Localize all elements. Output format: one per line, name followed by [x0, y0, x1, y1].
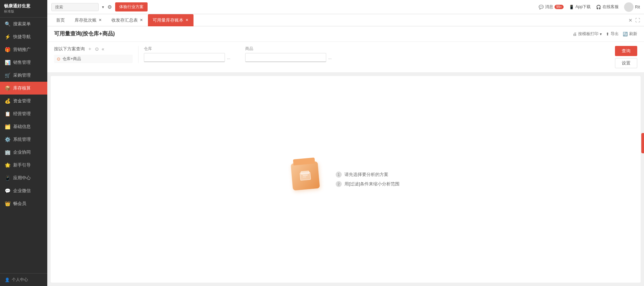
- sidebar-item-sales[interactable]: 📊销售管理: [0, 56, 47, 69]
- goods-input[interactable]: [245, 53, 326, 62]
- online-service-btn[interactable]: 🎧 在线客服: [596, 4, 619, 10]
- svg-line-3: [303, 177, 306, 177]
- tabs-right: ✕ ⛶: [628, 18, 640, 23]
- topbar-gear-btn[interactable]: ⚙: [107, 4, 112, 10]
- sidebar-item-label: 营销推广: [13, 47, 31, 53]
- newbie-icon: 🌟: [5, 162, 10, 168]
- close-tab-available-ledger[interactable]: ✕: [185, 18, 188, 22]
- hint-num-1: 1: [336, 172, 342, 178]
- sidebar-item-basic[interactable]: 🗂️基础信息: [0, 120, 47, 133]
- tab-batch-ledger[interactable]: 库存批次账✕: [70, 14, 107, 26]
- footer-label: 个人中心: [12, 277, 28, 283]
- appstore-icon: 📱: [5, 175, 10, 181]
- setting-btn[interactable]: 设置: [615, 58, 637, 68]
- sidebar-item-inventory[interactable]: 📦库存核算: [0, 82, 47, 95]
- tab-home[interactable]: 首页: [51, 14, 70, 26]
- close-all-tabs-btn[interactable]: ✕: [628, 18, 633, 23]
- sidebar-item-search[interactable]: 🔍搜索菜单: [0, 18, 47, 30]
- sidebar-nav: 🔍搜索菜单⚡快捷导航🎁营销推广📊销售管理🛒采购管理📦库存核算💰资金管理📋经营管理…: [0, 18, 47, 273]
- tab-label-available-ledger: 可用量库存账本: [153, 17, 183, 23]
- empty-state: 1 请先选择要分析的方案 2 用[过滤]条件来缩小分析范围: [51, 76, 641, 283]
- filter-scheme-header: 按以下方案查询 ＋ ⊙ «: [54, 46, 133, 52]
- sidebar-item-label: 畅会员: [13, 201, 26, 207]
- phone-icon: 📱: [569, 5, 574, 9]
- basic-icon: 🗂️: [5, 124, 10, 129]
- warehouse-filter-field: 仓库 ...: [144, 46, 238, 62]
- export-btn[interactable]: ⬆ 导出: [606, 31, 619, 37]
- sidebar-footer[interactable]: 👤 个人中心: [0, 273, 47, 286]
- sidebar-item-finance[interactable]: 💰资金管理: [0, 95, 47, 107]
- online-service-label: 在线客服: [602, 4, 619, 10]
- expand-btn[interactable]: ⛶: [635, 18, 640, 23]
- sidebar-item-appstore[interactable]: 📱应用中心: [0, 172, 47, 184]
- warehouse-more-btn[interactable]: ...: [227, 55, 230, 60]
- hint-item-2: 2 用[过滤]条件来缩小分析范围: [336, 181, 400, 187]
- filter-scheme-panel: 按以下方案查询 ＋ ⊙ « ⊙ 仓库+商品: [54, 46, 138, 63]
- scheme-item-icon: ⊙: [57, 56, 60, 61]
- goods-filter-field: 商品 ...: [245, 46, 340, 62]
- warehouse-input-row: ...: [144, 53, 238, 62]
- query-btn[interactable]: 查询: [615, 46, 637, 56]
- sidebar-item-label: 销售管理: [13, 59, 31, 66]
- topbar-search-input[interactable]: [51, 3, 99, 11]
- sidebar-item-label: 企业微信: [13, 188, 31, 194]
- sidebar-item-wechat[interactable]: 💬企业微信: [0, 184, 47, 197]
- page-content: 可用量查询(按仓库+商品) 🖨 按模板打印 ▾ ⬆ 导出 🔄 刷新: [47, 26, 644, 286]
- user-info-btn[interactable]: Rit: [624, 2, 640, 12]
- sidebar-item-label: 基础信息: [13, 124, 31, 130]
- goods-input-row: ...: [245, 53, 340, 62]
- sidebar-item-newbie[interactable]: 🌟新手引导: [0, 159, 47, 172]
- sidebar-item-label: 搜索菜单: [13, 21, 31, 27]
- scheme-item-warehouse-goods[interactable]: ⊙ 仓库+商品: [54, 55, 133, 63]
- hint-text-2: 用[过滤]条件来缩小分析范围: [344, 181, 400, 187]
- headset-icon: 🎧: [596, 5, 601, 9]
- empty-illustration: [292, 162, 326, 196]
- export-icon: ⬆: [606, 32, 609, 36]
- sidebar-item-purchase[interactable]: 🛒采购管理: [0, 69, 47, 82]
- topbar-dropdown-btn[interactable]: ▾: [102, 5, 104, 9]
- empty-hints: 1 请先选择要分析的方案 2 用[过滤]条件来缩小分析范围: [336, 172, 400, 187]
- enterprise-icon: 🏢: [5, 150, 10, 155]
- print-label: 按模板打印: [578, 31, 598, 37]
- sidebar-item-system[interactable]: ⚙️系统管理: [0, 133, 47, 146]
- member-icon: 👑: [5, 201, 10, 206]
- empty-state-inner: 1 请先选择要分析的方案 2 用[过滤]条件来缩小分析范围: [292, 162, 400, 196]
- sidebar-item-label: 库存核算: [13, 85, 31, 91]
- message-btn[interactable]: 💬 消息 99+: [539, 4, 564, 10]
- edit-scheme-btn[interactable]: ⊙: [95, 46, 99, 52]
- print-template-btn[interactable]: 🖨 按模板打印 ▾: [573, 31, 602, 37]
- tab-available-ledger[interactable]: 可用量库存账本✕: [148, 14, 194, 26]
- right-scroll-handle[interactable]: [641, 133, 644, 153]
- sidebar-item-label: 应用中心: [13, 175, 31, 181]
- empty-box-icon: [291, 161, 320, 191]
- chevron-down-icon: ▾: [600, 32, 602, 36]
- tab-label-home: 首页: [56, 17, 65, 23]
- hint-text-1: 请先选择要分析的方案: [344, 172, 388, 178]
- wechat-icon: 💬: [5, 188, 10, 193]
- app-download-btn[interactable]: 📱 App下载: [569, 4, 591, 10]
- sidebar-item-member[interactable]: 👑畅会员: [0, 197, 47, 210]
- trial-industry-btn[interactable]: 体验行业方案: [115, 2, 148, 11]
- sidebar-item-enterprise[interactable]: 🏢企业协同: [0, 146, 47, 159]
- inventory-icon: 📦: [5, 85, 10, 91]
- tab-receipt-summary[interactable]: 收发存汇总表✕: [107, 14, 148, 26]
- collapse-scheme-btn[interactable]: «: [102, 46, 104, 52]
- warehouse-label: 仓库: [144, 46, 238, 52]
- tab-label-receipt-summary: 收发存汇总表: [111, 17, 138, 23]
- sidebar-item-shortcut[interactable]: ⚡快捷导航: [0, 30, 47, 43]
- sidebar-item-label: 经营管理: [13, 111, 31, 117]
- close-tab-receipt-summary[interactable]: ✕: [140, 18, 143, 22]
- tabs-bar: 首页库存批次账✕收发存汇总表✕可用量库存账本✕ ✕ ⛶: [47, 14, 644, 26]
- add-scheme-btn[interactable]: ＋: [87, 46, 92, 52]
- hint-num-2: 2: [336, 181, 342, 187]
- sidebar-item-marketing[interactable]: 🎁营销推广: [0, 43, 47, 56]
- sidebar: 畅康通好生意 标准版 🔍搜索菜单⚡快捷导航🎁营销推广📊销售管理🛒采购管理📦库存核…: [0, 0, 47, 286]
- refresh-btn[interactable]: 🔄 刷新: [623, 31, 637, 37]
- close-tab-batch-ledger[interactable]: ✕: [99, 18, 102, 22]
- sidebar-item-operations[interactable]: 📋经营管理: [0, 107, 47, 120]
- hint-item-1: 1 请先选择要分析的方案: [336, 172, 400, 178]
- warehouse-input[interactable]: [144, 53, 225, 62]
- goods-more-btn[interactable]: ...: [328, 55, 332, 60]
- page-title: 可用量查询(按仓库+商品): [54, 30, 115, 37]
- sidebar-item-label: 快捷导航: [13, 34, 31, 40]
